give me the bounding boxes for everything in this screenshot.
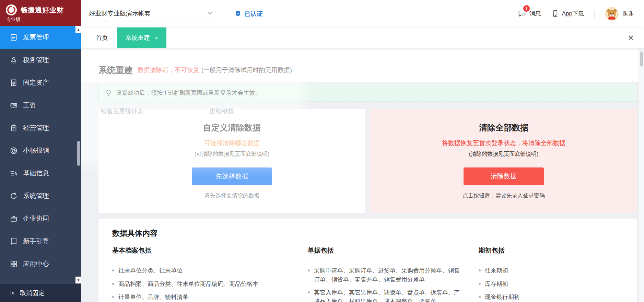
brand-block: 畅捷通好业财 专业版 (0, 0, 81, 26)
list-item: 计量单位、品牌、物料清单 (112, 293, 293, 302)
unpin-sidebar-button[interactable]: 取消固定 (0, 284, 81, 302)
shield-check-icon (234, 10, 242, 17)
sidebar-item-salary[interactable]: 工资 (0, 94, 81, 117)
custom-clear-note: (可清除的数据见页面底部说明) (195, 151, 270, 158)
list-item: 商品档案、商品分类、往来单位商品编码、商品价格本 (112, 280, 293, 289)
page-content: 系统重建 数据清除后，不可恢复 (一般用于清除试用时的无用数据) 设置成功后，须… (81, 48, 644, 302)
tab-home[interactable]: 首页 (87, 27, 117, 48)
sidebar-item-guide[interactable]: 新手引导 (0, 230, 81, 253)
data-details-title: 数据具体内容 (112, 228, 623, 239)
sync-icon (10, 192, 18, 200)
sidebar-item-business[interactable]: 经营管理 (0, 117, 81, 139)
bullet-icon (308, 291, 310, 293)
sidebar-item-label: 税务管理 (23, 56, 49, 65)
sidebar-item-fixed-assets[interactable]: 固定资产 (0, 71, 81, 94)
title-note-text: (一般用于清除试用时的无用数据) (201, 66, 292, 74)
username: 珠珠 (622, 10, 634, 18)
sidebar-item-reimburse[interactable]: 小畅报销 (0, 139, 81, 162)
app-download-label: App下载 (562, 10, 584, 18)
list-item-text: 库存期初 (485, 280, 508, 289)
data-details-columns: 基本档案包括 往来单位分类、往来单位 商品档案、商品分类、往来单位商品编码、商品… (112, 246, 623, 302)
messages-count-badge: 1 (523, 5, 530, 12)
custom-clear-card: 自定义清除数据 可选择清除哪些数据 (可清除的数据见页面底部说明) 先选择数据 … (98, 109, 365, 213)
sidebar-item-label: 工资 (23, 101, 36, 110)
book-icon (10, 237, 18, 245)
app-window: 畅捷通好业财 专业版 发票管理 税务管理 固定资产 工资 (0, 0, 644, 302)
sidebar-item-app-center[interactable]: 应用中心 (0, 253, 81, 275)
bullet-icon (308, 269, 310, 271)
account-set-value: 好业财专业版演示帐套 (89, 9, 151, 18)
clear-all-card: 清除全部数据 将数据恢复至首次登录状态，将清除全部数据 (清除的数据见页面底部说… (370, 109, 637, 213)
list-item-text: 其它入库单、其它出库单、调拨单、盘点单、拆装单、产成品入库单、材料出库单、成本调… (314, 288, 464, 302)
sidebar-item-system[interactable]: 系统管理 (0, 185, 81, 207)
sidebar-nav: 发票管理 税务管理 固定资产 工资 经营管理 小畅报销 (0, 26, 81, 284)
sidebar-item-label: 固定资产 (23, 78, 49, 87)
list-item: 采购申请单、采购订单、进货单、采购费用分摊单、销售订单、销货单、零售开单、销售费… (308, 266, 464, 284)
collapse-icon (9, 290, 16, 297)
tab-system-rebuild[interactable]: 系统重建 × (117, 27, 166, 48)
tab-active-label: 系统重建 (125, 34, 150, 42)
list-item-text: 现金银行期初 (485, 293, 520, 302)
details-column-openings: 期初包括 往来期初 库存期初 现金银行期初 科目期初 (479, 246, 623, 302)
bullet-icon (112, 283, 114, 285)
list-item-text: 计量单位、品牌、物料清单 (118, 293, 188, 302)
scroll-up-arrow-icon[interactable]: ▲ (75, 26, 81, 33)
sidebar-item-label: 企业协同 (23, 214, 49, 223)
data-details-card: 数据具体内容 基本档案包括 往来单位分类、往来单位 商品档案、商品分类、往来单位… (98, 219, 637, 302)
sidebar-item-invoice[interactable]: 发票管理 (0, 26, 81, 49)
clear-all-title: 清除全部数据 (479, 122, 528, 133)
content-scrollbar[interactable] (639, 48, 644, 302)
sidebar-item-label: 小畅报销 (23, 146, 49, 155)
close-all-tabs-icon[interactable]: × (628, 33, 634, 43)
unpin-label: 取消固定 (20, 289, 45, 297)
brand-name: 畅捷通好业财 (21, 5, 64, 15)
sidebar-item-collaboration[interactable]: 企业协同 (0, 207, 81, 230)
title-warning-text: 数据清除后，不可恢复 (138, 66, 199, 74)
clear-all-subtitle: 将数据恢复至首次登录状态，将清除全部数据 (442, 139, 565, 147)
grid-icon (10, 260, 18, 268)
list-item-text: 商品档案、商品分类、往来单位商品编码、商品价格本 (118, 280, 258, 289)
scroll-down-arrow-icon[interactable]: ▼ (75, 277, 81, 283)
list-item-text: 往来单位分类、往来单位 (118, 266, 183, 275)
brand-edition: 专业版 (5, 16, 76, 23)
brand-logo-icon (5, 4, 17, 16)
action-cards-row: 自定义清除数据 可选择清除哪些数据 (可清除的数据见页面底部说明) 先选择数据 … (98, 109, 637, 213)
sidebar: 畅捷通好业财 专业版 发票管理 税务管理 固定资产 工资 (0, 0, 81, 302)
clipboard-icon (10, 124, 18, 132)
sidebar-item-label: 系统管理 (23, 191, 49, 200)
invoice-icon (10, 33, 18, 42)
tab-close-icon[interactable]: × (155, 35, 158, 41)
clear-data-button[interactable]: 清除数据 (464, 167, 544, 185)
sidebar-item-label: 经营管理 (23, 124, 49, 132)
sidebar-item-label: 发票管理 (23, 33, 49, 42)
sidebar-item-label: 新手引导 (23, 237, 49, 246)
column-header: 期初包括 (479, 246, 623, 260)
messages-button[interactable]: 1 消息 (518, 9, 541, 18)
circle-g-icon (10, 147, 18, 155)
details-column-archives: 基本档案包括 往来单位分类、往来单位 商品档案、商品分类、往来单位商品编码、商品… (112, 246, 293, 302)
tabbar: 首页 系统重建 × × (81, 27, 644, 48)
user-menu[interactable]: 珠珠 (605, 7, 634, 21)
app-download-button[interactable]: App下载 (551, 10, 584, 18)
clear-all-hint: 点击按钮后，需要先录入登录密码 (462, 192, 545, 199)
sidebar-scrollbar-thumb[interactable] (77, 141, 80, 166)
certified-label: 已认证 (244, 10, 263, 18)
sidebar-scrollbar[interactable]: ▲ ▼ (75, 26, 81, 284)
column-list: 往来单位分类、往来单位 商品档案、商品分类、往来单位商品编码、商品价格本 计量单… (112, 266, 293, 302)
custom-clear-title: 自定义清除数据 (203, 122, 261, 133)
sidebar-item-label: 基础信息 (23, 169, 49, 178)
sidebar-item-tax[interactable]: 税务管理 (0, 49, 81, 71)
bullet-icon (479, 269, 481, 271)
chevron-down-icon (207, 10, 213, 16)
sidebar-item-basic-info[interactable]: 基础信息 (0, 162, 81, 185)
banknote-icon (10, 101, 18, 109)
bullet-icon (479, 296, 481, 298)
bullet-icon (112, 269, 114, 271)
list-item: 库存期初 (479, 280, 623, 289)
tax-stamp-icon (10, 56, 18, 64)
custom-clear-hint: 请先选择要清除的数据 (204, 192, 259, 199)
select-data-button[interactable]: 先选择数据 (192, 167, 272, 185)
certified-badge[interactable]: 已认证 (234, 10, 263, 18)
content-scrollbar-thumb[interactable] (640, 51, 643, 67)
account-set-selector[interactable]: 好业财专业版演示帐套 (86, 5, 216, 22)
